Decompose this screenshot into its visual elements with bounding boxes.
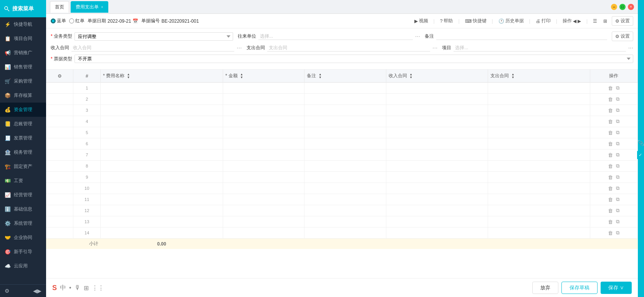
row-amount-cell[interactable]: [223, 172, 304, 183]
operation-button[interactable]: 操作 ◀ ▶: [561, 17, 583, 25]
row-expense-cell[interactable]: [488, 216, 590, 227]
col-amount-header[interactable]: * 金额 ▲ ▼: [223, 70, 304, 83]
row-copy-icon[interactable]: ⧉: [615, 184, 620, 192]
income-sort-icon[interactable]: ▲ ▼: [409, 73, 412, 79]
row-remark-cell[interactable]: [305, 83, 386, 94]
row-income-cell[interactable]: [386, 161, 488, 172]
row-income-cell[interactable]: [386, 116, 488, 127]
shortcut-button[interactable]: ⌨ 快捷键: [464, 17, 488, 25]
project-input[interactable]: [454, 44, 626, 51]
row-income-cell[interactable]: [386, 205, 488, 216]
video-button[interactable]: ▶ 视频: [413, 17, 430, 25]
table-row[interactable]: 8 🗑 ⧉: [46, 161, 638, 172]
row-income-cell[interactable]: [386, 138, 488, 149]
col-remark-header[interactable]: 备注 ▲ ▼: [305, 70, 386, 83]
save-draft-button[interactable]: 保存草稿: [561, 282, 598, 294]
settings-bottom-icon[interactable]: ⚙: [5, 288, 10, 294]
row-income-cell[interactable]: [386, 105, 488, 116]
row-income-cell[interactable]: [386, 194, 488, 205]
row-amount-cell[interactable]: [223, 194, 304, 205]
remark-sort-icon[interactable]: ▲ ▼: [319, 73, 322, 79]
sidebar-item-tax[interactable]: 🏦 税务管理: [0, 145, 46, 159]
table-row[interactable]: 6 🗑 ⧉: [46, 138, 638, 149]
col-config-header[interactable]: ⚙: [46, 70, 73, 83]
window-minimize-button[interactable]: –: [611, 4, 617, 10]
row-copy-icon[interactable]: ⧉: [615, 95, 620, 103]
row-copy-icon[interactable]: ⧉: [615, 118, 620, 125]
row-name-cell[interactable]: [101, 83, 223, 94]
sidebar-item-ledger[interactable]: 📒 总账管理: [0, 117, 46, 131]
row-income-cell[interactable]: [386, 127, 488, 138]
table-row[interactable]: 7 🗑 ⧉: [46, 149, 638, 161]
row-copy-icon[interactable]: ⧉: [615, 84, 620, 92]
print-button[interactable]: 🖨 打印: [534, 17, 552, 25]
table-row[interactable]: 9 🗑 ⧉: [46, 172, 638, 183]
row-delete-icon[interactable]: 🗑: [607, 196, 614, 203]
row-remark-cell[interactable]: [305, 194, 386, 205]
row-expense-cell[interactable]: [488, 127, 590, 138]
window-close-button[interactable]: ×: [628, 4, 634, 10]
row-income-cell[interactable]: [386, 83, 488, 94]
row-name-cell[interactable]: [101, 216, 223, 227]
row-name-cell[interactable]: [101, 149, 223, 161]
row-income-cell[interactable]: [386, 172, 488, 183]
row-amount-cell[interactable]: [223, 138, 304, 149]
row-amount-cell[interactable]: [223, 161, 304, 172]
row-delete-icon[interactable]: 🗑: [607, 163, 614, 170]
row-name-cell[interactable]: [101, 205, 223, 216]
row-income-cell[interactable]: [386, 94, 488, 105]
sidebar-item-inventory[interactable]: 📦 库存核算: [0, 88, 46, 103]
invoice-type-select[interactable]: 不开票: [74, 55, 633, 63]
amount-sort-icon[interactable]: ▲ ▼: [240, 73, 243, 79]
row-copy-icon[interactable]: ⧉: [615, 207, 620, 214]
row-copy-icon[interactable]: ⧉: [615, 229, 620, 237]
row-amount-cell[interactable]: [223, 116, 304, 127]
blue-doc-radio[interactable]: [51, 18, 56, 23]
row-amount-cell[interactable]: [223, 94, 304, 105]
row-expense-cell[interactable]: [488, 138, 590, 149]
row-delete-icon[interactable]: 🗑: [607, 85, 614, 92]
row-delete-icon[interactable]: 🗑: [607, 229, 614, 237]
row-copy-icon[interactable]: ⧉: [615, 140, 620, 148]
row-copy-icon[interactable]: ⧉: [615, 151, 620, 159]
sidebar-item-project-contract[interactable]: 📋 项目合同: [0, 32, 46, 46]
sidebar-item-operation[interactable]: 📈 经营管理: [0, 188, 46, 202]
right-panel-green[interactable]: ✓: [637, 151, 644, 159]
table-row[interactable]: 10 🗑 ⧉: [46, 183, 638, 194]
settings-button[interactable]: ⚙ 设置: [612, 16, 633, 26]
row-amount-cell[interactable]: [223, 127, 304, 138]
row-delete-icon[interactable]: 🗑: [607, 218, 614, 226]
red-doc-radio[interactable]: [69, 18, 74, 23]
row-name-cell[interactable]: [101, 94, 223, 105]
counterpart-more-icon[interactable]: ···: [415, 33, 420, 40]
project-more-icon[interactable]: ···: [628, 45, 633, 51]
table-row[interactable]: 12 🗑 ⧉: [46, 205, 638, 216]
row-name-cell[interactable]: [101, 183, 223, 194]
row-amount-cell[interactable]: [223, 149, 304, 161]
calendar-icon[interactable]: 📅: [132, 18, 138, 24]
row-remark-cell[interactable]: [305, 94, 386, 105]
col-expense-header[interactable]: 支出合同 ▲ ▼: [488, 70, 590, 83]
dot-icon[interactable]: •: [69, 284, 71, 291]
row-expense-cell[interactable]: [488, 183, 590, 194]
discard-button[interactable]: 放弃: [532, 282, 558, 294]
mic-icon[interactable]: 🎙: [74, 284, 81, 291]
row-delete-icon[interactable]: 🗑: [607, 118, 614, 125]
right-panel[interactable]: 📎 ✓: [638, 0, 644, 297]
row-copy-icon[interactable]: ⧉: [615, 106, 620, 114]
row-remark-cell[interactable]: [305, 138, 386, 149]
table-row[interactable]: 4 🗑 ⧉: [46, 116, 638, 127]
right-panel-attachment[interactable]: 📎: [638, 138, 644, 148]
row-amount-cell[interactable]: [223, 205, 304, 216]
row-copy-icon[interactable]: ⧉: [615, 162, 620, 170]
table-row[interactable]: 2 🗑 ⧉: [46, 94, 638, 105]
row-delete-icon[interactable]: 🗑: [607, 140, 614, 148]
row-remark-cell[interactable]: [305, 205, 386, 216]
row-expense-cell[interactable]: [488, 194, 590, 205]
row-copy-icon[interactable]: ⧉: [615, 173, 620, 181]
sidebar-item-salary[interactable]: 💵 工资: [0, 174, 46, 188]
row-name-cell[interactable]: [101, 138, 223, 149]
list-view-button[interactable]: ☰: [591, 18, 599, 25]
expense-contract-more-icon[interactable]: ···: [432, 45, 437, 51]
row-expense-cell[interactable]: [488, 172, 590, 183]
